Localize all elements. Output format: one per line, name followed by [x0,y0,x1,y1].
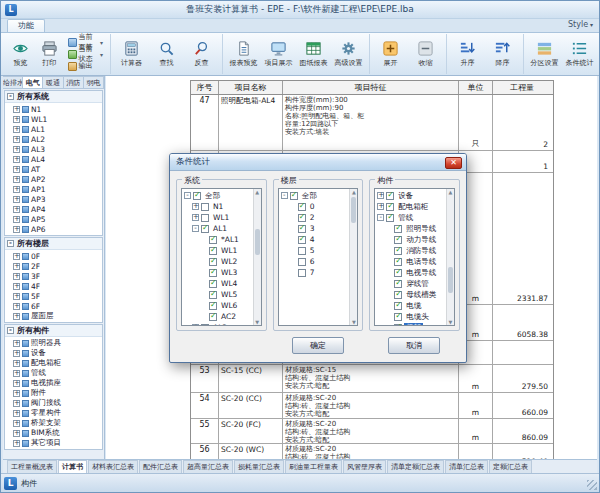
discipline-tab[interactable]: 给排水 [3,76,23,89]
tree-item[interactable]: AL4 [5,154,102,164]
checkbox[interactable] [394,236,402,244]
checkbox[interactable] [394,269,402,277]
checkbox[interactable] [298,247,306,255]
expander-icon[interactable] [13,283,20,290]
discipline-tab[interactable]: 电气 [23,76,43,89]
sheet-tab[interactable]: 定额汇总表 [489,460,532,473]
scrollbar[interactable] [349,189,357,325]
checkbox[interactable] [290,192,298,200]
expander-icon[interactable]: - [184,192,191,199]
expander-icon[interactable]: - [377,214,384,221]
expander-icon[interactable] [385,280,392,287]
expander-icon[interactable] [200,280,207,287]
checkbox-tree-row[interactable]: *AL1 [182,234,252,245]
expander-icon[interactable] [289,258,296,265]
checkbox[interactable] [209,280,217,288]
output-button[interactable]: 输出 [66,61,105,72]
expander-icon[interactable] [13,206,20,213]
checkbox-tree-row[interactable]: 电缆 [375,300,445,311]
checkbox[interactable] [201,214,209,222]
scrollbar-thumb[interactable] [255,229,260,255]
expander-icon[interactable] [13,196,20,203]
checkbox[interactable] [298,225,306,233]
advanced-settings-button[interactable]: 高级设置 [331,34,366,74]
checkbox[interactable] [201,203,209,211]
tree-item[interactable]: AL1 [5,124,102,134]
tree-item[interactable]: WL1 [5,114,102,124]
checkbox-tree-row[interactable]: WL6 [182,300,252,311]
table-row[interactable]: 47 照明配电箱-AL4 构件宽度(mm):300构件厚度(mm):90名称:照… [191,95,553,151]
expander-icon[interactable] [13,263,20,270]
checkbox[interactable] [298,236,306,244]
expander-icon[interactable] [289,214,296,221]
expander-icon[interactable] [13,176,20,183]
expander-icon[interactable]: + [192,203,199,210]
tree-item[interactable]: 3F [5,271,102,281]
checkbox-tree-row[interactable]: 穿线管 [375,278,445,289]
collapse-icon[interactable] [7,327,14,334]
sheet-tab[interactable]: 计算书 [58,460,87,473]
collapse-button[interactable]: 收缩 [408,34,443,74]
expander-icon[interactable] [13,136,20,143]
condition-stats-button[interactable]: 条件统计 [562,34,597,74]
checkbox[interactable] [201,324,209,327]
checkbox-tree-row[interactable]: + AL2 [182,322,252,326]
checkbox[interactable] [193,192,201,200]
tree-item[interactable]: AP5 [5,214,102,224]
collapse-icon[interactable] [7,240,14,247]
report-preview-button[interactable]: 报表预览 [226,34,261,74]
checkbox-tree-row[interactable]: WL3 [182,267,252,278]
tree-item[interactable]: 其它项目 [5,438,102,448]
tree-item[interactable]: 管线 [5,368,102,378]
tree-item[interactable]: N1 [5,104,102,114]
checkbox-tree-row[interactable]: WL4 [182,278,252,289]
checkbox-tree-row[interactable]: + 配电箱柜 [375,201,445,212]
tree-item[interactable]: AT [5,164,102,174]
expander-icon[interactable] [385,247,392,254]
expander-icon[interactable] [289,247,296,254]
tree-item[interactable]: 设备 [5,348,102,358]
expander-icon[interactable] [13,106,20,113]
checkbox-tree-row[interactable]: 照明导线 [375,223,445,234]
expander-icon[interactable] [13,146,20,153]
tree-item[interactable]: AP1 [5,184,102,194]
tree-item[interactable]: 零星构件 [5,408,102,418]
expander-icon[interactable] [13,216,20,223]
project-display-button[interactable]: 项目展示 [261,34,296,74]
tree-item[interactable]: 配电箱柜 [5,358,102,368]
checkbox-tree-row[interactable]: 3 [279,223,349,234]
checkbox-tree-row[interactable]: 动力导线 [375,234,445,245]
expander-icon[interactable] [13,380,20,387]
expander-icon[interactable] [13,126,20,133]
sheet-tab[interactable]: 超高量汇总表 [183,460,233,473]
checkbox[interactable] [394,247,402,255]
tree-item[interactable]: 0F [5,251,102,261]
discipline-tab[interactable]: 消防 [64,76,84,89]
expander-icon[interactable] [13,313,20,320]
table-row[interactable]: 56 SC-20 (WC) 材质规格:SC-20结构:砖、混凝土结构安装方式:暗… [191,444,553,459]
expander-icon[interactable] [200,313,207,320]
checkbox-tree-row[interactable]: + N1 [182,201,252,212]
checkbox-tree-row[interactable]: 5 [279,245,349,256]
checkbox-tree-row[interactable]: - 全部 [279,190,349,201]
expander-icon[interactable] [13,420,20,427]
tree-item[interactable]: 屋面层 [5,311,102,321]
sheet-tab[interactable]: 损耗量汇总表 [234,460,284,473]
expander-icon[interactable]: + [377,192,384,199]
checkbox[interactable] [209,302,217,310]
checkbox-tree-row[interactable]: 4 [279,234,349,245]
table-row[interactable]: 55 SC-20 (FC) 材质规格:SC-20结构:砖、混凝土结构安装方式:暗… [191,419,553,444]
sheet-tab[interactable]: 清单汇总表 [445,460,488,473]
discipline-tab[interactable]: 弱电 [84,76,104,89]
sort-ascending-button[interactable]: 升序 [450,34,485,74]
expander-icon[interactable] [13,440,20,447]
expander-icon[interactable] [13,186,20,193]
checkbox[interactable] [209,269,217,277]
expand-button[interactable]: 展开 [373,34,408,74]
dialog-close-button[interactable]: ✕ [445,157,462,169]
checkbox-tree-row[interactable]: - 管线 [375,212,445,223]
checkbox[interactable] [394,225,402,233]
sort-descending-button[interactable]: 降序 [485,34,520,74]
components-panel-header[interactable]: 所有构件 [5,325,102,337]
checkbox[interactable] [386,214,394,222]
